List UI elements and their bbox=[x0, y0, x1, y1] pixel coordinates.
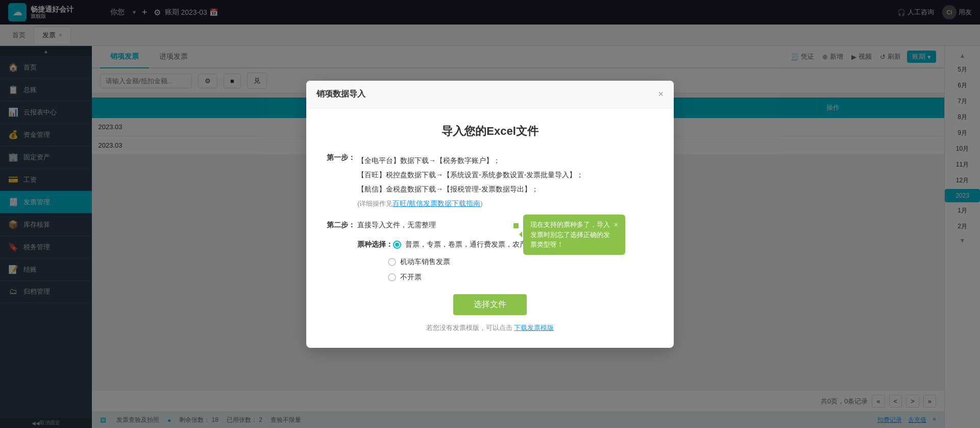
radio-motor-circle bbox=[388, 258, 396, 266]
select-file-button[interactable]: 选择文件 bbox=[453, 294, 527, 315]
step1-line3: 【航信】金税盘数据下载→【报税管理-发票数据导出】； bbox=[357, 182, 583, 196]
download-template-link[interactable]: 下载发票模版 bbox=[514, 324, 554, 331]
modal-title: 销项数据导入 bbox=[316, 89, 365, 100]
radio-none[interactable]: 不开票 bbox=[388, 273, 653, 282]
step1-section: 第一步： 【全电平台】数据下载→【税务数字账户】； 【百旺】税控盘数据下载→【系… bbox=[327, 153, 653, 210]
radio-none-circle bbox=[388, 273, 396, 281]
step1-label: 第一步： bbox=[327, 153, 357, 162]
import-modal: 销项数据导入 × 导入您的Excel文件 第一步： 【全电平台】数据下载→【税务… bbox=[306, 81, 674, 348]
radio-normal-circle bbox=[393, 241, 401, 249]
tooltip-bubble: × 现在支持的票种多了，导入发票时别忘了选择正确的发票类型呀！ bbox=[523, 215, 625, 255]
step1-line1: 【全电平台】数据下载→【税务数字账户】； bbox=[357, 153, 583, 168]
radio-normal-dot bbox=[395, 243, 399, 247]
template-note: 若您没有发票模版，可以点击 下载发票模版 bbox=[327, 323, 653, 332]
modal-main-title: 导入您的Excel文件 bbox=[327, 124, 653, 139]
modal-header: 销项数据导入 × bbox=[306, 81, 674, 108]
tooltip-dot bbox=[513, 223, 519, 228]
guide-link[interactable]: 百旺/航信发票数据下载指南 bbox=[393, 199, 480, 207]
tooltip-close[interactable]: × bbox=[614, 220, 618, 230]
step1-line2: 【百旺】税控盘数据下载→【系统设置-系统参数设置-发票批量导入】； bbox=[357, 168, 583, 182]
modal-overlay: 销项数据导入 × 导入您的Excel文件 第一步： 【全电平台】数据下载→【税务… bbox=[0, 0, 980, 428]
radio-motor[interactable]: 机动车销售发票 bbox=[388, 257, 653, 267]
ticket-label: 票种选择： bbox=[357, 240, 393, 249]
step2-content: 直接导入文件，无需整理 bbox=[357, 221, 436, 230]
step2-label: 第二步： bbox=[327, 221, 357, 230]
modal-close-button[interactable]: × bbox=[658, 89, 664, 100]
tooltip-text: 现在支持的票种多了，导入发票时别忘了选择正确的发票类型呀！ bbox=[530, 221, 610, 248]
